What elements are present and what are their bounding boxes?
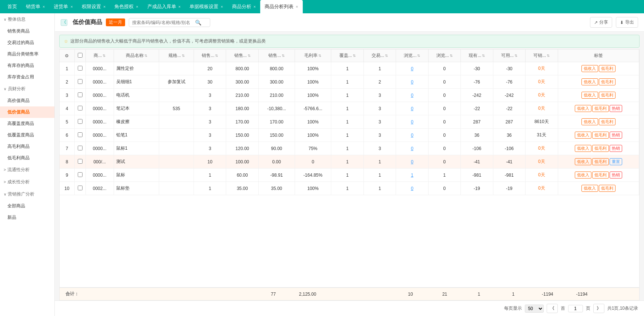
nav-close-icon[interactable]: × xyxy=(136,4,138,9)
sidebar-item-有库存的商品[interactable]: 有库存的商品 xyxy=(0,60,54,71)
nav-close-icon[interactable]: × xyxy=(296,4,298,9)
sidebar-item-高价值商品[interactable]: 高价值商品 xyxy=(0,95,54,106)
row-checkbox[interactable] xyxy=(78,92,83,97)
filter-tag[interactable]: 近一月 xyxy=(106,18,125,26)
cell-trades: 2 xyxy=(363,75,396,89)
sidebar-item-全部商品[interactable]: 全部商品 xyxy=(0,200,54,212)
col-name[interactable]: 商品名称⇅ xyxy=(114,50,159,62)
content-header: 《 低价值商品 近一月 🔍 ↗ 分享 ⬇ 导出 xyxy=(55,13,644,32)
export-button[interactable]: ⬇ 导出 xyxy=(616,17,638,28)
row-checkbox[interactable] xyxy=(78,146,83,150)
row-checkbox[interactable] xyxy=(78,79,83,84)
nav-close-icon[interactable]: × xyxy=(70,4,73,9)
nav-item-产成品入库单[interactable]: 产成品入库单× xyxy=(143,0,185,13)
browse-link[interactable]: 0 xyxy=(411,146,413,151)
browse-link[interactable]: 0 xyxy=(411,79,413,85)
sidebar-item-高毛利商品[interactable]: 高毛利商品 xyxy=(0,141,54,152)
cell-checkbox[interactable] xyxy=(74,115,85,129)
col-current-stock[interactable]: 现有...⇅ xyxy=(461,50,493,62)
cell-checkbox[interactable] xyxy=(74,169,85,182)
sidebar-item-库存资金占用[interactable]: 库存资金占用 xyxy=(0,71,54,83)
cell-margin: 75% xyxy=(295,142,331,155)
col-settings[interactable]: ⚙ xyxy=(60,50,74,62)
sidebar-item-低覆盖度商品[interactable]: 低覆盖度商品 xyxy=(0,129,54,141)
sidebar-item-高覆盖度商品[interactable]: 高覆盖度商品 xyxy=(0,118,54,129)
col-available[interactable]: 可用...⇅ xyxy=(493,50,525,62)
col-sales-qty[interactable]: 销售...⇅ xyxy=(194,50,226,62)
nav-item-商品分析[interactable]: 商品分析× xyxy=(228,0,260,13)
nav-close-icon[interactable]: × xyxy=(103,4,105,9)
sidebar-item-销售类商品[interactable]: 销售类商品 xyxy=(0,26,54,37)
nav-close-icon[interactable]: × xyxy=(221,4,223,9)
cell-checkbox[interactable] xyxy=(74,129,85,142)
page-number-input[interactable] xyxy=(568,305,583,312)
tag-热销: 热销 xyxy=(610,145,622,152)
col-saleable[interactable]: 可销...⇅ xyxy=(526,50,558,62)
col-sales-amount[interactable]: 销售...⇅ xyxy=(258,50,295,62)
row-checkbox[interactable] xyxy=(78,172,83,177)
col-checkbox[interactable] xyxy=(74,50,85,62)
nav-close-icon[interactable]: × xyxy=(254,4,256,9)
sidebar-item-新品[interactable]: 新品 xyxy=(0,212,54,223)
col-code[interactable]: 商...⇅ xyxy=(85,50,114,62)
cell-checkbox[interactable] xyxy=(74,89,85,102)
col-trades[interactable]: 交易...⇅ xyxy=(363,50,396,62)
sidebar-section-整体信息[interactable]: ∨整体信息 xyxy=(0,13,54,26)
search-icon[interactable]: 🔍 xyxy=(195,20,201,26)
browse-link[interactable]: 0 xyxy=(411,159,413,164)
sidebar-item-商品分类销售率[interactable]: 商品分类销售率 xyxy=(0,48,54,60)
cell-checkbox[interactable] xyxy=(74,102,85,115)
row-checkbox[interactable] xyxy=(78,186,83,190)
sidebar-item-低毛利商品[interactable]: 低毛利商品 xyxy=(0,152,54,164)
cell-current-stock: -30 xyxy=(461,62,493,75)
cell-checkbox[interactable] xyxy=(74,75,85,89)
cell-checkbox[interactable] xyxy=(74,155,85,169)
nav-item-权限设置[interactable]: 权限设置× xyxy=(77,0,110,13)
sidebar-section-营销推广分析[interactable]: ∨营销推广分析 xyxy=(0,188,54,200)
browse-link[interactable]: 0 xyxy=(411,106,413,111)
data-table-wrapper[interactable]: ⚙ 商...⇅ 商品名称⇅ 规格...⇅ 销售...⇅ 销售...⇅ 销售...… xyxy=(59,49,640,288)
row-checkbox[interactable] xyxy=(78,119,83,124)
sidebar-item-交易过的商品[interactable]: 交易过的商品 xyxy=(0,37,54,48)
nav-item-首页[interactable]: 首页 xyxy=(3,0,21,13)
row-checkbox[interactable] xyxy=(78,159,83,164)
col-browse1[interactable]: 浏览...⇅ xyxy=(396,50,428,62)
row-checkbox[interactable] xyxy=(78,132,83,137)
sidebar-section-成长性分析[interactable]: >成长性分析 xyxy=(0,176,54,188)
sidebar-item-低价值商品[interactable]: 低价值商品 xyxy=(0,106,54,118)
browse-link[interactable]: 0 xyxy=(411,93,413,98)
browse-link[interactable]: 0 xyxy=(411,133,413,138)
cell-checkbox[interactable] xyxy=(74,142,85,155)
col-sales-price[interactable]: 销售...⇅ xyxy=(226,50,258,62)
share-button[interactable]: ↗ 分享 xyxy=(590,17,612,28)
cell-checkbox[interactable] xyxy=(74,182,85,195)
sidebar-section-流通性分析[interactable]: >流通性分析 xyxy=(0,164,54,176)
nav-item-销货单[interactable]: 销货单× xyxy=(21,0,49,13)
browse-link[interactable]: 0 xyxy=(411,66,413,71)
col-margin[interactable]: 毛利率⇅ xyxy=(295,50,331,62)
first-page-btn[interactable]: 《 xyxy=(547,304,558,313)
col-browse2[interactable]: 浏览...⇅ xyxy=(428,50,460,62)
cell-tags: 低收入低毛利热销 xyxy=(558,102,639,115)
col-coverage[interactable]: 覆盖...⇅ xyxy=(331,50,363,62)
row-checkbox[interactable] xyxy=(78,106,83,111)
nav-item-进货单[interactable]: 进货单× xyxy=(49,0,77,13)
cell-sales-amount: 90.00 xyxy=(258,142,295,155)
cell-checkbox[interactable] xyxy=(74,62,85,75)
browse-link[interactable]: 0 xyxy=(411,119,413,125)
nav-close-icon[interactable]: × xyxy=(43,4,45,9)
nav-item-角色授权[interactable]: 角色授权× xyxy=(110,0,142,13)
search-input[interactable] xyxy=(132,20,195,25)
row-checkbox[interactable] xyxy=(78,66,83,71)
nav-close-icon[interactable]: × xyxy=(178,4,181,9)
select-all-checkbox[interactable] xyxy=(78,53,83,58)
nav-item-商品分析列表[interactable]: 商品分析列表× xyxy=(260,0,302,13)
page-size-select[interactable]: 50 100 200 xyxy=(525,305,544,313)
sidebar-section-员财分析[interactable]: ∨员财分析 xyxy=(0,83,54,95)
col-spec[interactable]: 规格...⇅ xyxy=(159,50,194,62)
browse-link[interactable]: 1 xyxy=(411,173,413,178)
collapse-sidebar-btn[interactable]: 《 xyxy=(61,19,67,26)
browse-link[interactable]: 0 xyxy=(411,186,413,191)
nav-item-单据模板设置[interactable]: 单据模板设置× xyxy=(185,0,227,13)
last-page-btn[interactable]: 》 xyxy=(593,304,604,313)
